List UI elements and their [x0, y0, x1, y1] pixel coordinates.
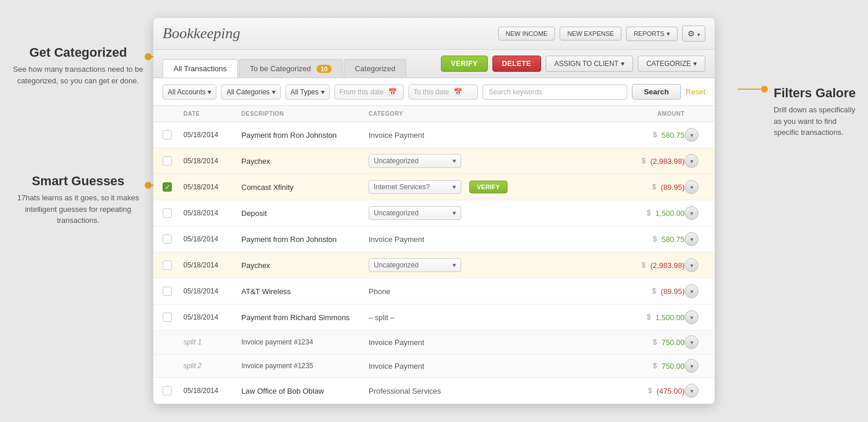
from-date-calendar-icon: 📅 — [388, 88, 397, 96]
tab-all-transactions[interactable]: All Transactions — [163, 59, 238, 78]
from-date-filter[interactable]: From this date 📅 — [334, 85, 404, 100]
row-verify-button-3[interactable]: VERIFY — [469, 181, 507, 193]
row-date-9: 05/18/2014 — [183, 387, 241, 395]
row-action-btn-4[interactable]: ▾ — [685, 206, 698, 220]
dropdown-chevron-icon-3: ▾ — [453, 183, 456, 191]
dollar-icon-5: $ — [653, 235, 657, 243]
row-action-btn-s1[interactable]: ▾ — [685, 335, 698, 349]
categorize-button[interactable]: CATEGORIZE ▾ — [638, 56, 705, 72]
row-date-2: 05/18/2014 — [183, 157, 241, 165]
settings-button[interactable]: ⚙ ▾ — [682, 25, 705, 42]
row-action-btn-9[interactable]: ▾ — [685, 384, 698, 398]
table-header: DATE DESCRIPTION CATEGORY AMOUNT — [153, 106, 715, 122]
row-description-6: Paychex — [241, 261, 369, 270]
col-amount-header: AMOUNT — [615, 111, 685, 117]
filter-bar: All Accounts ▾ All Categories ▾ All Type… — [153, 78, 715, 106]
table-row: 05/18/2014 Payment from Ron Johnston Inv… — [153, 122, 715, 148]
search-button[interactable]: Search — [632, 84, 681, 100]
reports-button[interactable]: REPORTS ▾ — [626, 27, 678, 41]
row-checkbox-1[interactable] — [163, 130, 172, 140]
row-amount-8: $ 1,500.00 — [615, 313, 685, 322]
new-income-button[interactable]: NEW INCOME — [498, 27, 556, 41]
row-action-btn-7[interactable]: ▾ — [685, 284, 698, 298]
chevron-down-icon-s2: ▾ — [690, 363, 693, 369]
row-checkbox-3[interactable] — [163, 182, 172, 192]
annotation-text-3: Drill down as specifically as you want t… — [774, 104, 859, 138]
uncategorized-dropdown-4[interactable]: Uncategorized ▾ — [369, 206, 461, 220]
table-row: 05/18/2014 Payment from Richard Simmons … — [153, 304, 715, 331]
tab-to-be-categorized[interactable]: To be Categorized 10 — [239, 59, 343, 78]
annotation-filters: Filters Galore Drill down as specificall… — [738, 86, 859, 138]
row-checkbox-5[interactable] — [163, 234, 172, 244]
to-date-filter[interactable]: To this date 📅 — [409, 85, 478, 100]
row-amount-5: $ 580.75 — [615, 235, 685, 244]
assign-chevron-icon: ▾ — [621, 60, 624, 68]
row-action-btn-8[interactable]: ▾ — [685, 310, 698, 324]
tab-action-bar: All Transactions To be Categorized 10 Ca… — [153, 50, 715, 78]
new-expense-button[interactable]: NEW EXPENSE — [560, 27, 621, 41]
row-date-7: 05/18/2014 — [183, 287, 241, 295]
row-action-btn-1[interactable]: ▾ — [685, 128, 698, 142]
row-checkbox-7[interactable] — [163, 287, 172, 296]
col-category-header: CATEGORY — [369, 111, 615, 117]
table-row: 05/18/2014 Paychex Uncategorized ▾ $ (2,… — [153, 252, 715, 278]
row-date-4: 05/18/2014 — [183, 209, 241, 217]
table-row: 05/18/2014 Paychex Uncategorized ▾ $ (2,… — [153, 148, 715, 174]
chevron-down-icon-5: ▾ — [690, 236, 693, 243]
row-date-3: 05/18/2014 — [183, 183, 241, 191]
action-buttons: VERIFY DELETE ASSIGN TO CLIENT ▾ CATEGOR… — [441, 56, 705, 78]
col-actions-header — [685, 111, 705, 117]
annotation-title-2: Smart Guesses — [12, 174, 145, 189]
annotation-smart-guesses: Smart Guesses 17hats learns as it goes, … — [12, 174, 145, 226]
app-panel: Bookkeeping NEW INCOME NEW EXPENSE REPOR… — [153, 18, 715, 404]
delete-button[interactable]: DELETE — [492, 56, 541, 72]
annotation-title-3: Filters Galore — [774, 86, 859, 101]
row-checkbox-2[interactable] — [163, 156, 172, 166]
row-action-btn-s2[interactable]: ▾ — [685, 359, 698, 373]
col-description-header: DESCRIPTION — [241, 111, 369, 117]
app-header: Bookkeeping NEW INCOME NEW EXPENSE REPOR… — [153, 18, 715, 50]
row-date-6: 05/18/2014 — [183, 261, 241, 269]
row-action-btn-2[interactable]: ▾ — [685, 154, 698, 168]
row-checkbox-4[interactable] — [163, 208, 172, 218]
row-amount-6: $ (2,983.98) — [615, 261, 685, 270]
annotation-text-2: 17hats learns as it goes, so it makes in… — [12, 192, 145, 226]
arrow-dot-2 — [145, 182, 152, 189]
accounts-filter[interactable]: All Accounts ▾ — [163, 85, 216, 100]
reset-button[interactable]: Reset — [686, 87, 705, 96]
categorize-chevron-icon: ▾ — [693, 60, 697, 68]
row-category-8: – split – — [369, 313, 615, 322]
accounts-chevron-icon: ▾ — [208, 88, 211, 96]
keyword-search-input[interactable]: Search keywords — [483, 85, 627, 100]
app-logo: Bookkeeping — [163, 25, 240, 42]
tab-categorized[interactable]: Categorized — [344, 59, 406, 78]
row-action-btn-5[interactable]: ▾ — [685, 232, 698, 246]
row-checkbox-9[interactable] — [163, 386, 172, 395]
gear-icon: ⚙ — [687, 29, 695, 38]
row-checkbox-6[interactable] — [163, 260, 172, 270]
uncategorized-dropdown-2[interactable]: Uncategorized ▾ — [369, 154, 461, 168]
chevron-down-icon-1: ▾ — [690, 132, 693, 138]
uncategorized-dropdown-6[interactable]: Uncategorized ▾ — [369, 258, 461, 272]
types-filter[interactable]: All Types ▾ — [285, 85, 329, 100]
verify-button[interactable]: VERIFY — [441, 56, 487, 72]
table-row: 05/18/2014 Law Office of Bob Oblaw Profe… — [153, 378, 715, 404]
to-date-calendar-icon: 📅 — [454, 88, 462, 96]
reports-chevron-icon: ▾ — [667, 30, 670, 38]
row-date-8: 05/18/2014 — [183, 313, 241, 321]
types-chevron-icon: ▾ — [321, 88, 325, 96]
assign-to-client-button[interactable]: ASSIGN TO CLIENT ▾ — [546, 56, 633, 72]
chevron-down-icon-3: ▾ — [690, 184, 693, 190]
row-category-4: Uncategorized ▾ — [369, 206, 615, 220]
categories-filter[interactable]: All Categories ▾ — [221, 85, 281, 100]
table-row-split-1: split 1 Invoice payment #1234 Invoice Pa… — [153, 331, 715, 354]
internet-services-dropdown[interactable]: Internet Services? ▾ — [369, 180, 461, 194]
row-checkbox-8[interactable] — [163, 313, 172, 322]
row-category-2: Uncategorized ▾ — [369, 154, 615, 168]
chevron-down-icon-2: ▾ — [690, 158, 693, 164]
row-action-btn-3[interactable]: ▾ — [685, 180, 698, 194]
table-row: 05/18/2014 Comcast Xfinity Internet Serv… — [153, 174, 715, 200]
row-action-btn-6[interactable]: ▾ — [685, 258, 698, 272]
split-1-category: Invoice Payment — [369, 338, 615, 347]
row-description-9: Law Office of Bob Oblaw — [241, 387, 369, 395]
